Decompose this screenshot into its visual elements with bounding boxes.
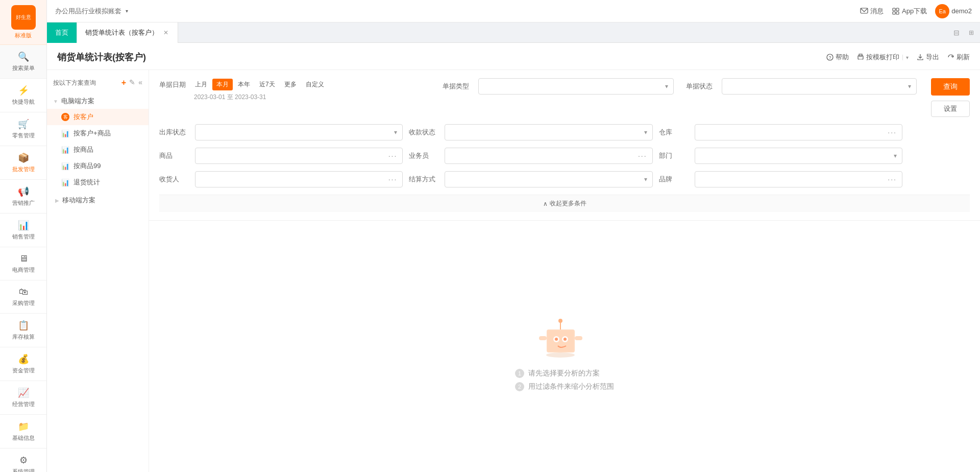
goods-dots: ···: [388, 152, 398, 160]
sidebar-item-quick-nav[interactable]: ⚡ 快捷导航: [0, 79, 46, 112]
filter-row-2: 出库状态 ▾ 收款状态 ▾: [159, 124, 970, 140]
chart-icon-2: 📊: [61, 146, 69, 154]
collapse-label: 收起更多条件: [550, 199, 586, 208]
scheme-by-customer[interactable]: 客 按客户: [47, 109, 149, 125]
date-btn-more[interactable]: 更多: [280, 78, 301, 91]
tab-home[interactable]: 首页: [47, 22, 77, 43]
top-bar-left: 办公用品行业模拟账套 ▾: [55, 7, 128, 16]
brand-control[interactable]: ···: [695, 171, 902, 187]
payment-status-control[interactable]: ▾: [445, 124, 652, 140]
sidebar-item-marketing[interactable]: 📢 营销推广: [0, 180, 46, 214]
collapse-panel-button[interactable]: «: [138, 78, 142, 87]
refresh-label: 刷新: [957, 53, 970, 62]
scheme-by-goods-99[interactable]: 📊 按商品99: [47, 158, 149, 174]
doc-status-control[interactable]: ▾: [722, 78, 917, 95]
app-download-icon: [892, 7, 900, 15]
filter-row-4: 收货人 ··· 结算方式 ▾: [159, 171, 970, 187]
scheme-by-goods[interactable]: 📊 按商品: [47, 141, 149, 158]
date-btn-this-month[interactable]: 本月: [212, 79, 233, 90]
collapse-arrow-icon: ∧: [543, 200, 548, 207]
filter-row-3: 商品 ··· 业务员 ···: [159, 148, 970, 164]
avatar: Ea: [935, 4, 949, 18]
sidebar-item-system[interactable]: ⚙ 系统管理: [0, 449, 46, 472]
sidebar-item-label-finance: 资金管理: [12, 367, 35, 374]
panel-title: 按以下方案查询: [53, 79, 96, 87]
message-item[interactable]: 消息: [860, 7, 884, 16]
settlement-control[interactable]: ▾: [445, 171, 652, 187]
sidebar-item-wholesale[interactable]: 📦 批发管理: [0, 146, 46, 180]
sidebar-item-finance[interactable]: 💰 资金管理: [0, 347, 46, 381]
mobile-section[interactable]: ▶ 移动端方案: [47, 193, 149, 208]
date-btn-last-month[interactable]: 上月: [191, 78, 211, 91]
logo-area: 好生意 标准版: [0, 0, 46, 45]
sidebar-item-ecommerce[interactable]: 🖥 电商管理: [0, 247, 46, 280]
out-status-control[interactable]: ▾: [195, 124, 403, 140]
sidebar-item-sales[interactable]: 📊 销售管理: [0, 214, 46, 247]
brand-label: 品牌: [659, 175, 695, 184]
page-content: 销货单统计表(按客户) ? 帮助 按模板打印 ▾: [47, 43, 980, 472]
desktop-section-header[interactable]: ▼ 电脑端方案: [47, 93, 149, 109]
tab-sales-stats[interactable]: 销货单统计表（按客户） ✕: [77, 22, 178, 43]
svg-rect-20: [575, 336, 582, 340]
scheme-return-stats[interactable]: 📊 退货统计: [47, 174, 149, 191]
search-icon: 🔍: [18, 51, 29, 62]
collapse-filters-button[interactable]: ∧ 收起更多条件: [159, 195, 970, 212]
tab-minimize-button[interactable]: ⊟: [952, 28, 961, 38]
doc-type-control[interactable]: ▾: [478, 78, 674, 95]
quick-nav-icon: ⚡: [18, 85, 29, 96]
query-button[interactable]: 查询: [931, 78, 970, 96]
scheme-label-return-stats: 退货统计: [74, 178, 100, 187]
right-panel: 单据日期 上月 本月 本年 近7天 更多 自定义: [149, 70, 980, 472]
help-action[interactable]: ? 帮助: [826, 53, 849, 62]
sidebar-item-basic[interactable]: 📁 基础信息: [0, 415, 46, 449]
receiver-control[interactable]: ···: [195, 171, 403, 187]
export-action[interactable]: 导出: [917, 53, 939, 62]
tab-maximize-button[interactable]: ⊞: [969, 29, 974, 36]
sidebar-item-label-operations: 经营管理: [12, 400, 35, 408]
svg-point-18: [558, 319, 562, 323]
industry-dropdown-arrow[interactable]: ▾: [126, 8, 128, 14]
svg-rect-9: [859, 58, 862, 59]
brand-filter: 品牌 ···: [659, 171, 902, 187]
template-print-label: 按模板打印: [866, 53, 899, 62]
export-label: 导出: [926, 53, 939, 62]
department-control[interactable]: ▾: [695, 148, 902, 164]
warehouse-control[interactable]: ···: [695, 124, 902, 140]
svg-rect-2: [896, 8, 899, 11]
date-btn-this-year[interactable]: 本年: [234, 78, 254, 91]
tab-close-button[interactable]: ✕: [162, 28, 169, 37]
salesperson-control[interactable]: ···: [445, 148, 652, 164]
sidebar-item-label-ecommerce: 电商管理: [12, 266, 35, 274]
settings-button[interactable]: 设置: [931, 101, 970, 117]
sidebar-item-label-sales: 销售管理: [12, 233, 35, 241]
mobile-section-label: 移动端方案: [62, 196, 95, 205]
sidebar-item-inventory[interactable]: 📋 库存核算: [0, 314, 46, 347]
system-icon: ⚙: [19, 455, 28, 466]
scheme-customer-goods[interactable]: 📊 按客户+商品: [47, 125, 149, 141]
sidebar-item-label-retail: 零售管理: [12, 132, 35, 139]
main-area: 办公用品行业模拟账套 ▾ 消息 App下载: [47, 0, 980, 472]
edit-scheme-button[interactable]: ✎: [129, 78, 135, 87]
inventory-icon: 📋: [18, 320, 29, 331]
date-btn-7days[interactable]: 近7天: [255, 78, 279, 91]
user-item[interactable]: Ea demo2: [935, 4, 972, 18]
sidebar-item-retail[interactable]: 🛒 零售管理: [0, 112, 46, 146]
refresh-action[interactable]: 刷新: [947, 53, 970, 62]
add-scheme-button[interactable]: +: [121, 78, 126, 87]
svg-rect-3: [893, 12, 895, 14]
sidebar-item-search[interactable]: 🔍 搜索菜单: [0, 45, 46, 79]
template-print-dropdown-icon[interactable]: ▾: [902, 55, 909, 60]
goods-control[interactable]: ···: [195, 148, 403, 164]
doc-status-arrow: ▾: [908, 83, 911, 90]
warehouse-filter: 仓库 ···: [659, 124, 902, 140]
receiver-filter: 收货人 ···: [159, 171, 403, 187]
date-btn-custom[interactable]: 自定义: [302, 78, 328, 91]
template-print-action[interactable]: 按模板打印 ▾: [857, 53, 909, 62]
svg-rect-4: [896, 12, 899, 14]
app-download-item[interactable]: App下载: [892, 7, 927, 16]
sidebar-item-operations[interactable]: 📈 经营管理: [0, 381, 46, 415]
salesperson-label: 业务员: [409, 151, 445, 160]
sidebar-item-purchase[interactable]: 🛍 采购管理: [0, 280, 46, 314]
sidebar-item-label-search: 搜索菜单: [12, 64, 35, 72]
industry-label: 办公用品行业模拟账套: [55, 7, 121, 16]
